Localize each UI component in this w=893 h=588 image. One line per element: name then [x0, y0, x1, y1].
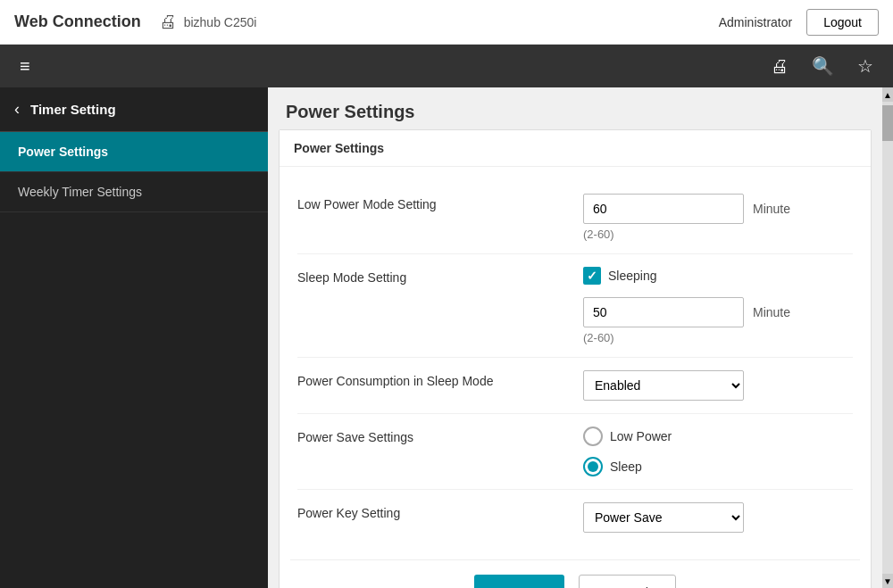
device-name: bizhub C250i [184, 15, 257, 29]
power-consumption-control: Enabled Disabled [583, 370, 853, 401]
low-power-radio-row: Low Power [583, 427, 853, 446]
power-key-setting-row: Power Key Setting Power Save Sleep Low P… [297, 490, 853, 545]
search-toolbar-icon[interactable]: 🔍 [803, 50, 843, 82]
scrollbar-thumb[interactable] [882, 105, 893, 141]
sleep-mode-input[interactable] [583, 297, 744, 327]
hamburger-icon: ≡ [20, 56, 30, 76]
sleeping-checkbox[interactable]: ✓ [583, 267, 601, 285]
sleeping-checkbox-row: ✓ Sleeping [583, 267, 853, 285]
sidebar-item-weekly-timer[interactable]: Weekly Timer Settings [0, 172, 268, 212]
low-power-mode-label: Low Power Mode Setting [297, 194, 583, 211]
checkmark-icon: ✓ [587, 269, 597, 283]
panel-title: Power Settings [280, 130, 871, 167]
ok-button[interactable]: OK [474, 575, 565, 588]
low-power-mode-range: (2-60) [583, 228, 853, 241]
admin-label: Administrator [719, 15, 792, 29]
low-power-radio[interactable] [583, 427, 603, 446]
sleep-mode-unit: Minute [753, 305, 790, 319]
printer-toolbar-icon[interactable]: 🖨 [762, 50, 797, 82]
power-consumption-select[interactable]: Enabled Disabled [583, 370, 744, 401]
sidebar-item-power-settings[interactable]: Power Settings [0, 132, 268, 172]
sleep-radio-label: Sleep [610, 460, 642, 474]
back-arrow-icon: ‹ [14, 100, 20, 119]
main-layout: ‹ Timer Setting Power Settings Weekly Ti… [0, 87, 893, 588]
right-scrollbar: ▲ ▼ [882, 87, 893, 588]
power-save-settings-label: Power Save Settings [297, 427, 583, 444]
brand-name: Web Connection [14, 12, 141, 31]
power-consumption-row: Power Consumption in Sleep Mode Enabled … [297, 358, 853, 414]
low-power-mode-control: Minute (2-60) [583, 194, 853, 241]
sleep-mode-range: (2-60) [583, 331, 853, 344]
power-save-settings-row: Power Save Settings Low Power Sleep [297, 414, 853, 490]
scrollbar-up-arrow[interactable]: ▲ [882, 87, 893, 102]
low-power-radio-label: Low Power [610, 429, 672, 443]
sidebar-back-button[interactable]: ‹ Timer Setting [0, 87, 268, 132]
sleep-radio[interactable] [583, 457, 603, 476]
sidebar-section-title: Timer Setting [30, 102, 116, 117]
top-header: Web Connection 🖨 bizhub C250i Administra… [0, 0, 893, 45]
sleep-mode-control: ✓ Sleeping Minute (2-60) [583, 267, 853, 344]
footer-buttons: OK Cancel [290, 559, 860, 588]
logout-button[interactable]: Logout [806, 9, 879, 36]
low-power-mode-input[interactable] [583, 194, 744, 224]
sidebar-item-label: Weekly Timer Settings [18, 185, 142, 199]
page-title: Power Settings [268, 87, 882, 129]
power-key-setting-control: Power Save Sleep Low Power [583, 502, 853, 533]
sleep-radio-row: Sleep [583, 457, 853, 476]
toolbar: ≡ 🖨 🔍 ☆ [0, 45, 893, 87]
power-key-setting-label: Power Key Setting [297, 502, 583, 520]
sleep-mode-row: Sleep Mode Setting ✓ Sleeping Minute [297, 254, 853, 358]
power-key-setting-select[interactable]: Power Save Sleep Low Power [583, 502, 744, 533]
content-panel: Power Settings Low Power Mode Setting Mi… [279, 129, 872, 588]
sidebar: ‹ Timer Setting Power Settings Weekly Ti… [0, 87, 268, 588]
sleeping-checkbox-label: Sleeping [608, 269, 657, 283]
cancel-button[interactable]: Cancel [579, 575, 676, 588]
hamburger-button[interactable]: ≡ [11, 51, 39, 82]
form-section: Low Power Mode Setting Minute (2-60) Sle… [280, 167, 871, 559]
scrollbar-down-arrow[interactable]: ▼ [882, 574, 893, 588]
device-info: 🖨 bizhub C250i [159, 12, 257, 32]
sleep-mode-label: Sleep Mode Setting [297, 267, 583, 285]
content-area: Power Settings Power Settings Low Power … [268, 87, 882, 588]
printer-icon: 🖨 [159, 12, 177, 32]
low-power-mode-row: Low Power Mode Setting Minute (2-60) [297, 181, 853, 254]
star-toolbar-icon[interactable]: ☆ [848, 50, 882, 82]
toolbar-icons: 🖨 🔍 ☆ [762, 50, 882, 82]
power-save-radio-group: Low Power Sleep [583, 427, 853, 476]
sidebar-item-label: Power Settings [18, 145, 108, 159]
low-power-mode-unit: Minute [753, 202, 790, 216]
power-save-settings-control: Low Power Sleep [583, 427, 853, 476]
power-consumption-label: Power Consumption in Sleep Mode [297, 370, 583, 388]
